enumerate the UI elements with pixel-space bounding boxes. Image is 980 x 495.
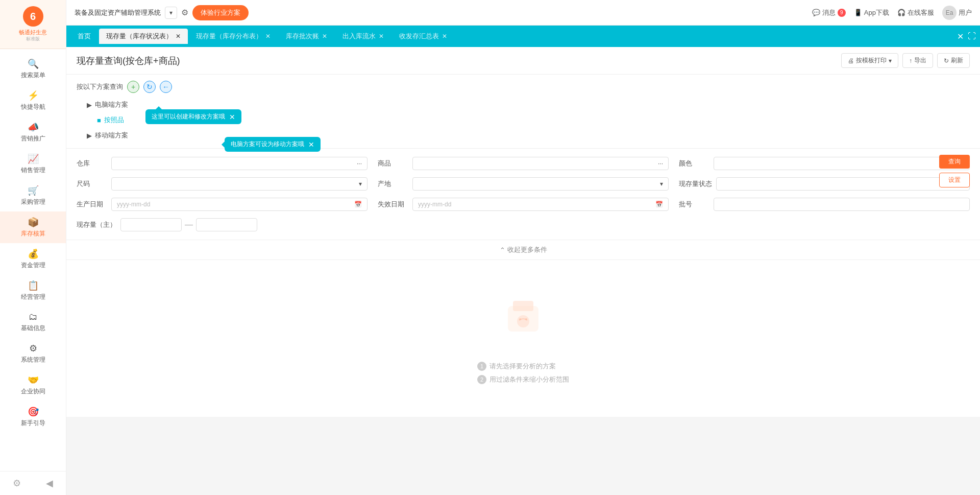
sidebar-item-system[interactable]: ⚙ 系统管理 (0, 338, 66, 369)
purchase-icon: 🛒 (28, 185, 39, 196)
sidebar-item-finance[interactable]: 💰 资金管理 (0, 243, 66, 275)
sidebar-item-guide[interactable]: 🎯 新手引导 (0, 401, 66, 433)
scheme-list: ▶ 电脑端方案 这里可以创建和修改方案哦 ✕ ■ 按照品 ▶ 移动端方案 (77, 98, 970, 142)
topbar: 装备及固定资产辅助管理系统 ▾ ⚙ 体验行业方案 💬 消息 9 📱 App下载 … (66, 0, 980, 26)
batch-input[interactable] (714, 198, 970, 211)
sidebar-bottom: ⚙ ◀ (0, 471, 66, 495)
tab-batch-account[interactable]: 库存批次账 ✕ (279, 29, 334, 44)
user-item[interactable]: Ea 用户 (942, 6, 972, 20)
search-buttons: 查询 设置 (939, 155, 970, 187)
tab-inventory-dist[interactable]: 现存量（库存分布表） ✕ (189, 29, 278, 44)
tooltip2-close-btn[interactable]: ✕ (229, 113, 235, 121)
expire-date-input[interactable]: yyyy-mm-dd 📅 (412, 198, 669, 211)
tab-close-icon[interactable]: ✕ (379, 33, 384, 40)
scheme-mobile-label: 移动端方案 (95, 131, 128, 140)
sidebar-item-quick-nav[interactable]: ⚡ 快捷导航 (0, 85, 66, 116)
origin-select[interactable]: ▾ (412, 177, 669, 191)
online-support-item[interactable]: 🎧 在线客服 (897, 8, 934, 17)
goods-dots-icon: ··· (658, 160, 663, 167)
goods-label: 商品 (378, 159, 408, 168)
sidebar-item-inventory[interactable]: 📦 库存核算 (0, 211, 66, 243)
industry-plan-button[interactable]: 体验行业方案 (192, 5, 249, 20)
sidebar-item-enterprise[interactable]: 🤝 企业协同 (0, 369, 66, 401)
empty-step1: 1 请先选择要分析的方案 (477, 360, 569, 373)
refresh-button[interactable]: ↻ 刷新 (937, 53, 970, 68)
stock-qty-min[interactable] (120, 218, 182, 231)
scheme-mobile-toggle[interactable]: ▶ 移动端方案 (87, 129, 970, 142)
calendar-icon: 📅 (354, 201, 362, 208)
query-section: 仓库 ··· 商品 ··· 颜色 ▾ (66, 149, 980, 240)
color-select[interactable]: ▾ (714, 157, 970, 170)
tab-close-icon[interactable]: ✕ (265, 33, 271, 40)
system-dropdown[interactable]: ▾ (165, 7, 177, 19)
sidebar-item-operation[interactable]: 📋 经营管理 (0, 275, 66, 307)
tab-close-all-icon[interactable]: ✕ (957, 32, 964, 41)
app-name: 畅通好生意 (19, 29, 47, 36)
tab-inventory-status[interactable]: 现存量（库存状况表） ✕ (99, 29, 188, 44)
filter-row-stock-status: 现存量状态 ▾ (679, 177, 970, 191)
sidebar-item-label: 采购管理 (21, 198, 45, 206)
sidebar-item-label: 资金管理 (21, 261, 45, 270)
tab-label: 库存批次账 (286, 32, 319, 41)
sidebar: 6 畅通好生意 标准版 🔍 搜索菜单 ⚡ 快捷导航 📣 营销推广 📈 销售管理 … (0, 0, 66, 495)
header-actions: 🖨 按模板打印 ▾ ↑ 导出 ↻ 刷新 (841, 53, 970, 74)
sidebar-item-sales[interactable]: 📈 销售管理 (0, 148, 66, 180)
tab-close-icon[interactable]: ✕ (322, 33, 327, 40)
left-scheme-btn[interactable]: ← (160, 81, 172, 93)
warehouse-select[interactable]: ··· (111, 157, 368, 170)
tab-maximize-icon[interactable]: ⛶ (968, 32, 976, 41)
origin-label: 产地 (378, 179, 408, 188)
tab-close-icon[interactable]: ✕ (442, 33, 447, 40)
filter-row-prod-date: 生产日期 yyyy-mm-dd 📅 (77, 198, 368, 211)
print-button[interactable]: 🖨 按模板打印 ▾ (841, 53, 898, 68)
finance-icon: 💰 (28, 248, 39, 260)
stock-status-select[interactable]: ▾ (716, 177, 970, 191)
step-num-2: 2 (477, 375, 486, 384)
quick-nav-icon: ⚡ (28, 90, 39, 101)
svg-point-2 (517, 315, 529, 327)
filter-area: 按以下方案查询 + ↻ ← 电脑方案可设为移动方案哦 ✕ ▶ 电脑端方案 这里可… (66, 75, 980, 149)
tab-home[interactable]: 首页 (70, 29, 98, 44)
sidebar-item-label: 快捷导航 (21, 103, 45, 111)
tooltip-close-btn[interactable]: ✕ (308, 140, 314, 149)
more-conditions-btn[interactable]: ⌃ 收起更多条件 (495, 240, 552, 260)
dropdown-arrow-icon: ▾ (169, 9, 173, 16)
tooltip-mobile-hint: 电脑方案可设为移动方案哦 ✕ (225, 137, 321, 152)
svg-point-4 (525, 318, 527, 320)
refresh-icon: ↻ (944, 57, 949, 64)
sidebar-settings-btn[interactable]: ⚙ (13, 478, 21, 489)
sidebar-item-label: 库存核算 (21, 229, 45, 238)
tab-in-out-flow[interactable]: 出入库流水 ✕ (335, 29, 391, 44)
reset-button[interactable]: 设置 (939, 173, 970, 187)
tabbar-right: ✕ ⛶ (957, 32, 976, 41)
sidebar-logo: 6 畅通好生意 标准版 (0, 0, 66, 49)
tab-close-icon[interactable]: ✕ (176, 33, 181, 40)
search-button[interactable]: 查询 (939, 155, 970, 169)
size-select[interactable]: ▾ (111, 177, 368, 191)
filter-row-batch: 批号 (679, 198, 970, 211)
sidebar-collapse-btn[interactable]: ◀ (46, 478, 53, 489)
sidebar-item-purchase[interactable]: 🛒 采购管理 (0, 180, 66, 211)
sidebar-item-base-info[interactable]: 🗂 基础信息 (0, 307, 66, 338)
empty-state-container: 1 请先选择要分析的方案 2 用过滤条件来缩小分析范围 (66, 260, 980, 417)
goods-select[interactable]: ··· (412, 157, 669, 170)
scheme-item-icon: ■ (97, 116, 101, 124)
app-download-item[interactable]: 📱 App下载 (854, 8, 889, 17)
message-item[interactable]: 💬 消息 9 (812, 8, 846, 17)
topbar-left: 装备及固定资产辅助管理系统 ▾ ⚙ 体验行业方案 (75, 5, 249, 20)
refresh-scheme-btn[interactable]: ↻ (143, 81, 156, 93)
inventory-icon: 📦 (28, 217, 39, 228)
filter-label-row: 按以下方案查询 + ↻ ← (77, 81, 970, 93)
tab-receipt-summary[interactable]: 收发存汇总表 ✕ (392, 29, 454, 44)
sidebar-item-search-menu[interactable]: 🔍 搜索菜单 (0, 53, 66, 85)
topbar-gear-icon[interactable]: ⚙ (181, 8, 188, 17)
system-icon: ⚙ (29, 343, 37, 354)
sidebar-item-marketing[interactable]: 📣 营销推广 (0, 116, 66, 148)
add-scheme-btn[interactable]: + (127, 81, 139, 93)
empty-step2: 2 用过滤条件来缩小分析范围 (477, 373, 569, 386)
prod-date-input[interactable]: yyyy-mm-dd 📅 (111, 198, 368, 211)
scheme-item-label: 按照品 (104, 115, 124, 125)
stock-qty-max[interactable] (196, 218, 257, 231)
export-button[interactable]: ↑ 导出 (902, 53, 933, 68)
message-badge: 9 (838, 9, 846, 17)
